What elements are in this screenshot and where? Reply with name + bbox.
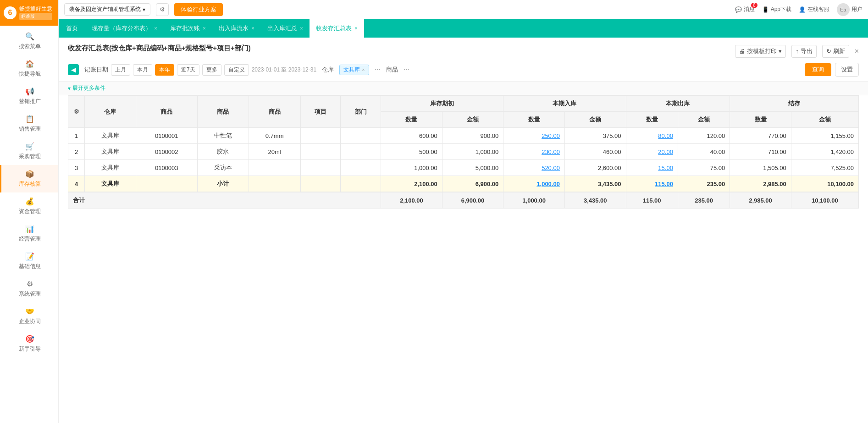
row-balance-amt: 10,100.00 bbox=[791, 176, 858, 192]
messages-badge: 6 bbox=[751, 3, 757, 8]
row-no: 3 bbox=[68, 160, 85, 176]
sidebar-item-label-search: 搜索菜单 bbox=[19, 43, 41, 50]
trial-button[interactable]: 体验行业方案 bbox=[174, 3, 223, 16]
messages-action[interactable]: 💬 消息 6 bbox=[735, 5, 755, 13]
chevron-down-icon: ▾ bbox=[779, 48, 782, 55]
tab-close-inout-flow[interactable]: × bbox=[251, 25, 254, 32]
table-settings-col[interactable]: ⚙ bbox=[68, 96, 85, 128]
content-area: 收发存汇总表(按仓库+商品编码+商品+规格型号+项目+部门) 🖨 按模板打印 ▾… bbox=[59, 38, 868, 423]
sidebar-item-operation[interactable]: 📊 经营管理 bbox=[0, 220, 58, 247]
tab-inout-flow[interactable]: 出入库流水× bbox=[212, 19, 261, 38]
export-button[interactable]: ↑ 导出 bbox=[791, 45, 817, 58]
expand-bar: ▾ 展开更多条件 bbox=[59, 82, 868, 95]
tab-home[interactable]: 首页 bbox=[59, 19, 85, 38]
app-download-label: App下载 bbox=[771, 5, 791, 13]
sales-icon: 📋 bbox=[25, 115, 34, 123]
th-project: 项目 bbox=[300, 96, 341, 128]
th-balance-qty: 数量 bbox=[730, 112, 791, 128]
th-group-balance: 结存 bbox=[730, 96, 859, 112]
date-last-month-btn[interactable]: 上月 bbox=[111, 64, 130, 76]
expand-conditions-button[interactable]: ▾ 展开更多条件 bbox=[68, 84, 105, 92]
expand-icon: ▾ bbox=[68, 85, 71, 92]
tab-inventory-dist[interactable]: 现存量（库存分布表）× bbox=[85, 19, 164, 38]
sidebar-item-inventory[interactable]: 📦 库存核算 bbox=[0, 165, 58, 192]
warehouse-more-icon[interactable]: ··· bbox=[375, 66, 381, 74]
date-this-year-btn[interactable]: 本年 bbox=[155, 64, 174, 76]
warehouse-tag-close[interactable]: × bbox=[362, 67, 365, 72]
sidebar-item-label-guide: 新手引导 bbox=[19, 345, 41, 353]
warehouse-tag: 文具库 × bbox=[339, 65, 369, 75]
footer-label: 合计 bbox=[68, 192, 381, 209]
sidebar-item-search[interactable]: 🔍 搜索菜单 bbox=[0, 27, 58, 55]
app-download-action[interactable]: 📱 App下载 bbox=[762, 5, 791, 13]
finance-icon: 💰 bbox=[25, 197, 34, 206]
print-icon: 🖨 bbox=[739, 48, 745, 55]
user-action[interactable]: Ea 用户 bbox=[837, 3, 862, 16]
table-row: 4文具库小计2,100.006,900.001,000.003,435.0011… bbox=[68, 176, 859, 192]
date-this-month-btn[interactable]: 本月 bbox=[133, 64, 152, 76]
row-out-qty[interactable]: 80.00 bbox=[626, 128, 678, 144]
tab-close-recv-send-summary[interactable]: × bbox=[354, 25, 358, 32]
goods-filter-label: 商品 bbox=[386, 66, 398, 74]
row-spec bbox=[249, 160, 300, 176]
refresh-button[interactable]: ↻ 刷新 bbox=[822, 45, 849, 58]
row-opening-qty: 500.00 bbox=[381, 144, 442, 160]
footer-opening-amt: 6,900.00 bbox=[442, 192, 503, 209]
goods-more-icon[interactable]: ··· bbox=[404, 66, 409, 74]
page-header: 收发存汇总表(按仓库+商品编码+商品+规格型号+项目+部门) 🖨 按模板打印 ▾… bbox=[59, 38, 868, 58]
sidebar-item-cooperation[interactable]: 🤝 企业协同 bbox=[0, 302, 58, 330]
export-icon: ↑ bbox=[796, 48, 799, 55]
sidebar-item-finance[interactable]: 💰 资金管理 bbox=[0, 192, 58, 220]
system-select[interactable]: 装备及固定资产辅助管理系统 ▾ bbox=[64, 3, 150, 16]
footer-opening-qty: 2,100.00 bbox=[381, 192, 442, 209]
online-service-action[interactable]: 👤 在线客服 bbox=[799, 5, 829, 13]
footer-in-amt: 3,435.00 bbox=[564, 192, 626, 209]
filter-actions: 查询 设置 bbox=[805, 63, 859, 77]
row-opening-qty: 600.00 bbox=[381, 128, 442, 144]
th-opening-amt: 金额 bbox=[442, 112, 503, 128]
sidebar-item-guide[interactable]: 🎯 新手引导 bbox=[0, 330, 58, 357]
row-balance-amt: 1,155.00 bbox=[791, 128, 858, 144]
settings-icon[interactable]: ⚙ bbox=[156, 3, 169, 16]
sidebar-item-system[interactable]: ⚙ 系统管理 bbox=[0, 275, 58, 302]
row-in-qty[interactable]: 520.00 bbox=[503, 160, 565, 176]
sidebar-item-quick-nav[interactable]: 🏠 快捷导航 bbox=[0, 55, 58, 82]
marketing-icon: 📢 bbox=[25, 87, 34, 96]
tab-close-batch[interactable]: × bbox=[203, 25, 206, 32]
sidebar-item-purchase[interactable]: 🛒 采购管理 bbox=[0, 137, 58, 165]
th-group-in: 本期入库 bbox=[503, 96, 626, 112]
print-button[interactable]: 🖨 按模板打印 ▾ bbox=[735, 45, 786, 58]
tab-batch[interactable]: 库存批次账× bbox=[164, 19, 212, 38]
date-7days-btn[interactable]: 近7天 bbox=[177, 64, 199, 76]
tab-recv-send-summary[interactable]: 收发存汇总表× bbox=[310, 19, 364, 38]
row-out-qty[interactable]: 115.00 bbox=[626, 176, 678, 192]
row-out-qty[interactable]: 15.00 bbox=[626, 160, 678, 176]
sidebar-item-marketing[interactable]: 📢 营销推广 bbox=[0, 82, 58, 110]
tab-close-inventory-dist[interactable]: × bbox=[154, 25, 157, 32]
row-in-qty[interactable]: 250.00 bbox=[503, 128, 565, 144]
row-in-qty[interactable]: 1,000.00 bbox=[503, 176, 565, 192]
tab-inout-summary[interactable]: 出入库汇总× bbox=[261, 19, 310, 38]
tab-close-inout-summary[interactable]: × bbox=[300, 25, 303, 32]
filter-toggle-button[interactable]: ◀ bbox=[68, 64, 79, 75]
sidebar-item-sales[interactable]: 📋 销售管理 bbox=[0, 110, 58, 137]
row-project bbox=[300, 128, 341, 144]
page-title: 收发存汇总表(按仓库+商品编码+商品+规格型号+项目+部门) bbox=[68, 44, 251, 53]
sidebar-item-label-purchase: 采购管理 bbox=[19, 153, 41, 160]
filter-setting-button[interactable]: 设置 bbox=[835, 63, 859, 77]
sidebar-item-basic[interactable]: 📝 基础信息 bbox=[0, 247, 58, 275]
th-warehouse: 仓库 bbox=[85, 96, 136, 128]
page-close-btn[interactable]: × bbox=[855, 47, 859, 55]
query-button[interactable]: 查询 bbox=[805, 63, 831, 76]
row-balance-qty: 770.00 bbox=[730, 128, 791, 144]
row-out-qty[interactable]: 20.00 bbox=[626, 144, 678, 160]
row-in-qty[interactable]: 230.00 bbox=[503, 144, 565, 160]
topbar-right: 💬 消息 6 📱 App下载 👤 在线客服 Ea 用户 bbox=[735, 3, 862, 16]
sidebar-nav: 🔍 搜索菜单 🏠 快捷导航 📢 营销推广 📋 销售管理 🛒 采购管理 📦 库存核… bbox=[0, 26, 58, 423]
print-label: 按模板打印 bbox=[747, 47, 777, 55]
date-more-btn[interactable]: 更多 bbox=[202, 64, 221, 76]
footer-out-qty: 115.00 bbox=[626, 192, 678, 209]
basic-icon: 📝 bbox=[25, 252, 34, 261]
date-custom-btn[interactable]: 自定义 bbox=[224, 64, 249, 76]
logo-area: 6 畅捷通好生意 标准版 bbox=[0, 0, 58, 26]
